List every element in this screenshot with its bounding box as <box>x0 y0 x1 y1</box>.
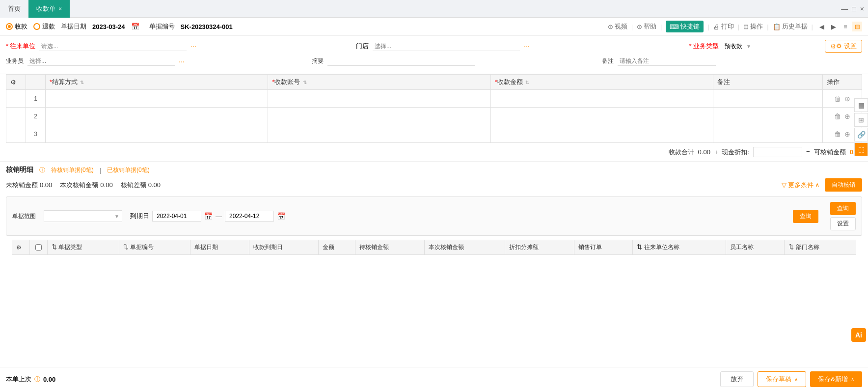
tab-pending[interactable]: 待核销单据(0笔) <box>51 166 94 174</box>
lth-pending: 待核销金额 <box>355 240 425 255</box>
settings-btn[interactable]: ⚙ ⚙ 设置 <box>825 40 862 53</box>
row1-remark[interactable] <box>713 90 822 108</box>
query-btn-2[interactable]: 查询 <box>830 202 856 215</box>
counterpart-more-btn[interactable]: ··· <box>190 42 196 50</box>
float-link-icon[interactable]: 🔗 <box>854 128 868 141</box>
arrow-left-icon[interactable]: ◀ <box>817 22 827 31</box>
lth-gear[interactable]: ⚙ <box>12 240 30 255</box>
row3-settlement[interactable] <box>46 125 268 143</box>
ai-badge[interactable]: Ai <box>851 328 866 342</box>
staff-more-btn[interactable]: ··· <box>179 57 185 65</box>
btn-print[interactable]: 🖨 打印 <box>713 22 734 31</box>
current-label: 本次核销金额 <box>60 181 98 190</box>
row3-amount[interactable] <box>490 125 713 143</box>
float-grid-icon[interactable]: ⊞ <box>854 113 868 127</box>
radio-receipt[interactable]: 收款 <box>6 22 27 31</box>
row1-amount[interactable] <box>490 90 713 108</box>
th-remark-label: 备注 <box>717 78 730 85</box>
arrow-right-icon[interactable]: ▶ <box>829 22 839 31</box>
select-all-checkbox[interactable] <box>35 244 42 251</box>
radio-refund[interactable]: 退款 <box>33 22 55 31</box>
right-icons: ◀ ▶ ≡ ⊟ <box>817 22 862 31</box>
calendar-icon[interactable]: 📅 <box>131 23 139 30</box>
th-amount: *收款金额 ⇅ <box>490 75 713 90</box>
row2-remark[interactable] <box>713 108 822 125</box>
query-btn[interactable]: 查询 <box>793 210 818 223</box>
save-draft-chevron-icon: ∧ <box>794 377 798 382</box>
counterpart-label: * 往来单位 <box>6 42 35 51</box>
window-close-icon[interactable]: × <box>860 5 864 13</box>
window-max-icon[interactable]: □ <box>852 5 856 13</box>
row1-copy-icon[interactable]: ⊕ <box>844 95 850 103</box>
date-from-input[interactable] <box>152 211 201 222</box>
more-conditions-btn[interactable]: ▽ 更多条件 ∧ <box>782 181 820 190</box>
table-header-row: ⚙ *结算方式 ⇅ *收款账号 ⇅ *收款金额 ⇅ <box>6 75 862 90</box>
row3-account[interactable] <box>268 125 490 143</box>
date-to-calendar-icon[interactable]: 📅 <box>277 212 285 220</box>
date-from-calendar-icon[interactable]: 📅 <box>204 212 213 220</box>
tab-close-icon[interactable]: × <box>58 5 62 12</box>
setting-btn-2[interactable]: 设置 <box>830 217 856 230</box>
row1-delete-icon[interactable]: 🗑 <box>834 95 841 103</box>
row1-account[interactable] <box>268 90 490 108</box>
row2-settlement[interactable] <box>46 108 268 125</box>
row2-amount[interactable] <box>490 108 713 125</box>
row3-delete-icon[interactable]: 🗑 <box>834 130 841 138</box>
total-value: 0.00 <box>698 148 710 156</box>
grid-icon[interactable]: ⊟ <box>852 22 862 31</box>
bottom-value: 0.00 <box>43 376 55 383</box>
btn-operation[interactable]: ⊡ 操作 <box>743 22 763 31</box>
btn-help[interactable]: ⊙ 帮助 <box>637 22 656 31</box>
settings-gear-icon: ⚙ <box>830 43 836 50</box>
tab-receipt[interactable]: 收款单 × <box>28 0 70 18</box>
remark-input[interactable] <box>618 56 716 66</box>
auto-verify-btn[interactable]: 自动核销 <box>825 178 862 192</box>
number-value: SK-20230324-001 <box>181 23 233 30</box>
staff-input[interactable] <box>27 56 175 66</box>
window-min-icon[interactable]: — <box>841 5 848 13</box>
row2-num: 2 <box>26 108 46 125</box>
save-draft-btn[interactable]: 保存草稿 ∧ <box>758 371 806 387</box>
btn-shortcut[interactable]: ⌨ 快捷键 <box>666 21 704 32</box>
btn-history[interactable]: 📋 历史单据 <box>773 22 808 31</box>
float-expand-icon[interactable]: ⬚ <box>854 142 868 156</box>
store-input[interactable] <box>373 42 520 51</box>
tab-home-label: 首页 <box>8 4 21 13</box>
th-gear[interactable]: ⚙ <box>6 75 26 90</box>
bottom-info-icon[interactable]: ⓘ <box>34 375 40 384</box>
row2-account[interactable] <box>268 108 490 125</box>
lth-sales-order: 销售订单 <box>574 240 633 255</box>
range-select[interactable] <box>44 210 122 222</box>
unverified-label: 未核销金额 <box>6 181 38 190</box>
save-new-btn[interactable]: 保存&新增 ∧ <box>810 371 862 387</box>
counterpart-input[interactable] <box>39 42 187 51</box>
lth-department: ⇅ 部门名称 <box>785 240 856 255</box>
number-label: 单据编号 <box>149 22 175 31</box>
row1-settlement[interactable] <box>46 90 268 108</box>
business-type-dropdown-icon[interactable]: ▼ <box>746 44 751 49</box>
tab-home[interactable]: 首页 <box>0 0 28 18</box>
float-table-icon[interactable]: ▦ <box>854 98 868 112</box>
date-label: 单据日期 <box>61 22 86 31</box>
row3-remark[interactable] <box>713 125 822 143</box>
verify-title: 核销明细 <box>6 166 33 174</box>
row2-delete-icon[interactable]: 🗑 <box>834 112 841 120</box>
bottom-right: 放弃 保存草稿 ∧ 保存&新增 ∧ <box>720 371 862 387</box>
tab-done[interactable]: 已核销单据(0笔) <box>107 166 150 174</box>
discount-input[interactable] <box>753 147 802 157</box>
abandon-btn[interactable]: 放弃 <box>720 371 754 387</box>
date-to-input[interactable] <box>225 211 274 222</box>
row2-gear-cell <box>6 108 26 125</box>
right-float-panel: ▦ ⊞ 🔗 ⬚ <box>854 98 868 156</box>
range-select-wrapper: ▼ <box>44 210 122 222</box>
btn-video[interactable]: ⊙ 视频 <box>608 22 627 31</box>
bottom-bar: 本单上次 ⓘ 0.00 放弃 保存草稿 ∧ 保存&新增 ∧ <box>0 367 868 391</box>
list-icon[interactable]: ≡ <box>841 22 850 31</box>
video-icon: ⊙ <box>608 23 613 30</box>
lower-table-area: ⚙ ⇅ 单据类型 ⇅ 单据编号 单据日期 收款到期日 金额 待 <box>6 240 862 255</box>
store-more-btn[interactable]: ··· <box>524 42 530 50</box>
summary-input[interactable] <box>327 56 475 66</box>
row3-copy-icon[interactable]: ⊕ <box>844 130 850 138</box>
row2-copy-icon[interactable]: ⊕ <box>844 112 850 120</box>
verify-info-icon[interactable]: ⓘ <box>39 166 45 174</box>
